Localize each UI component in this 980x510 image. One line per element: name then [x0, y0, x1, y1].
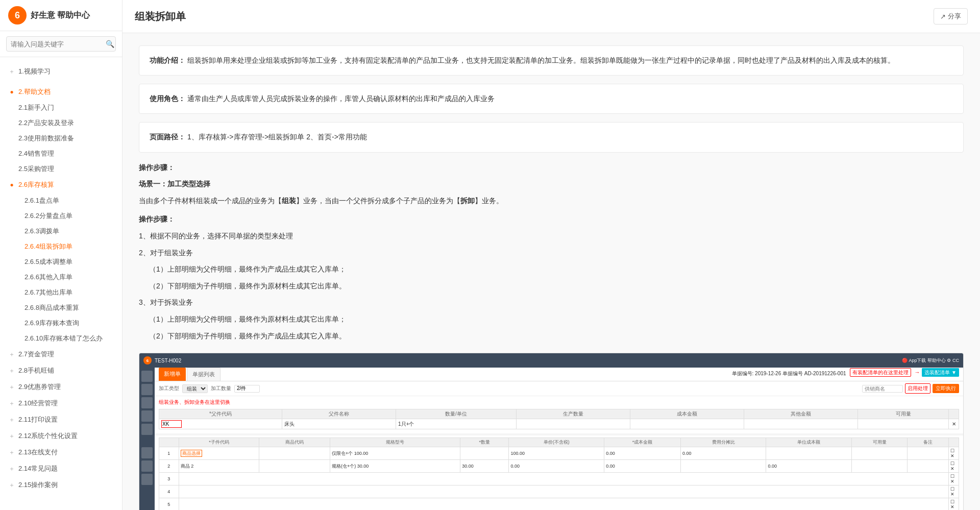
content-area: 功能介绍： 组装拆卸单用来处理企业组装或拆卸等加工业务，支持有固定装配清单的产品…: [122, 33, 980, 510]
sidebar-item-2-6-6[interactable]: 2.6.6其他入库单: [0, 270, 122, 285]
th-parent-code: *父件代码: [159, 409, 282, 419]
mock-nav-icon-8: [141, 474, 153, 485]
th-unit-price: 单价(不含税): [509, 438, 604, 447]
mock-tab-new[interactable]: 新增单: [159, 368, 186, 381]
sidebar-item-2-6-10[interactable]: 2.6.10库存账本错了怎么办: [0, 331, 122, 346]
path-text: 1、库存核算->库存管理->组装拆卸单 2、首页->常用功能: [187, 133, 367, 141]
mock-nav-icon-7: [141, 460, 153, 472]
step1: 1、根据不同的业务，选择不同单据的类型来处理: [139, 229, 964, 243]
sidebar-item-docs[interactable]: ● 2.帮助文档: [0, 84, 122, 100]
th-unit-cost: 单位成本额: [766, 438, 851, 447]
nav-label: 2.1新手入门: [18, 104, 54, 111]
arrow-right: →: [914, 369, 920, 375]
share-button[interactable]: ↗ 分享: [934, 8, 968, 25]
mock-nav-icon-4: [141, 410, 153, 422]
sidebar-item-2-6-8[interactable]: 2.6.8商品成本重算: [0, 300, 122, 315]
intro-label: 功能介绍：: [150, 56, 185, 64]
sidebar-item-2-6-7[interactable]: 2.6.7其他出库单: [0, 285, 122, 300]
search-button[interactable]: 🔍: [101, 37, 116, 51]
share-label: 分享: [948, 12, 961, 21]
td-avail: [858, 419, 949, 429]
td-other: [744, 419, 858, 429]
plus-icon: ＋: [8, 68, 15, 75]
path-block: 页面路径： 1、库存核算->库存管理->组装拆卸单 2、首页->常用功能: [139, 122, 964, 152]
nav-label: 2.4销售管理: [18, 150, 54, 157]
step2-sub2: （2）下部明细为子件明细，最终作为原材料生成其它出库单。: [139, 279, 964, 293]
th-goods-code: 商品代码: [259, 438, 330, 447]
plus-icon-2-7: ＋: [8, 351, 15, 358]
sidebar-item-2-4[interactable]: 2.4销售管理: [0, 146, 122, 161]
step3: 3、对于拆装业务: [139, 296, 964, 309]
sidebar-item-video[interactable]: ＋ 1.视频学习: [0, 63, 122, 80]
mock-upper-table: *父件代码 父件名称 数量/单位 生产数量 成本金额 其他金额 可用量: [159, 409, 959, 429]
sidebar-item-2-6[interactable]: ● 2.6库存核算: [0, 177, 122, 193]
sidebar-item-2-13[interactable]: ＋ 2.13在线支付: [0, 444, 122, 460]
sidebar-item-label: 1.视频学习: [18, 67, 51, 76]
sidebar-item-2-6-9[interactable]: 2.6.9库存账本查询: [0, 315, 122, 331]
td-code-input[interactable]: [161, 420, 182, 428]
sidebar-item-2-1[interactable]: 2.1新手入门: [0, 100, 122, 115]
td-row-num-3: 3: [159, 473, 179, 485]
table-row: 床头 1只+个 ✕: [159, 419, 959, 429]
sidebar-item-2-7[interactable]: ＋ 2.7资金管理: [0, 346, 122, 362]
td-goods-code-1: [259, 447, 330, 460]
sidebar-item-2-6-3[interactable]: 2.6.3调拨单: [0, 224, 122, 239]
nav-label: 2.9优惠券管理: [18, 382, 61, 392]
mock-tab-list[interactable]: 单据列表: [187, 368, 220, 381]
role-text: 通常由生产人员或库管人员完成拆装业务的操作，库管人员确认原材料的出库和产成品的入…: [187, 94, 495, 103]
sidebar-item-2-11[interactable]: ＋ 2.11打印设置: [0, 411, 122, 428]
nav-label: 2.5采购管理: [18, 165, 54, 173]
sidebar-item-2-2[interactable]: 2.2产品安装及登录: [0, 115, 122, 131]
sidebar-item-2-6-1[interactable]: 2.6.1盘点单: [0, 193, 122, 208]
sidebar-item-2-8[interactable]: ＋ 2.8手机旺铺: [0, 362, 122, 379]
td-act-1: ☐ ✕: [949, 447, 959, 460]
mock-process-btn[interactable]: 选装配清单 ▼: [922, 368, 959, 377]
th-qty-unit: 数量/单位: [396, 409, 517, 419]
nav-label: 2.6.5成本调整单: [24, 258, 72, 265]
td-uc-2: 0.00: [766, 460, 851, 473]
sidebar-item-2-3[interactable]: 2.3使用前数据准备: [0, 131, 122, 146]
nav-label: 2.12系统个性化设置: [18, 431, 78, 441]
sidebar-item-2-15[interactable]: ＋ 2.15操作案例: [0, 477, 122, 493]
sidebar-item-2-6-4[interactable]: 2.6.4组装拆卸单: [0, 239, 122, 254]
annotation2: 组装业务、拆卸业务在这里切换: [159, 399, 230, 405]
sub-code-highlight: 商品选择: [181, 450, 202, 457]
step2: 2、对于组装业务: [139, 246, 964, 260]
td-act-3: ☐ ✕: [949, 473, 959, 485]
td-row-num-1: 1: [159, 447, 179, 460]
mock-bizpartner-input[interactable]: [862, 385, 903, 393]
sidebar-header: 6 好生意 帮助中心: [0, 0, 122, 31]
td-cr-2: [680, 460, 766, 473]
td-spec-1: 仅限仓+个 100.00: [330, 447, 460, 460]
sidebar-item-2-5[interactable]: 2.5采购管理: [0, 161, 122, 177]
td-av-2: [851, 460, 908, 473]
th-sub-qty: *数量: [460, 438, 509, 447]
search-input[interactable]: [7, 37, 101, 51]
mock-confirm-btn[interactable]: 立即执行: [933, 384, 959, 393]
sidebar-item-2-9[interactable]: ＋ 2.9优惠券管理: [0, 379, 122, 395]
ops-steps-label: 操作步骤：: [139, 212, 964, 226]
mock-type-select[interactable]: 组装 拆卸: [182, 384, 208, 393]
nav-label: 2.6.1盘点单: [24, 197, 59, 204]
sidebar-item-2-6-5[interactable]: 2.6.5成本调整单: [0, 254, 122, 270]
mock-qty-label: 加工数量: [211, 385, 231, 392]
th-cost-amt: 成本金额: [630, 409, 744, 419]
step3-sub2: （2）下部明细为子件明细，最终作为产成品生成其它入库单。: [139, 329, 964, 343]
th-sub-code: *子件代码: [179, 438, 259, 447]
sidebar: 6 好生意 帮助中心 🔍 ＋ 1.视频学习 ● 2.帮助文档 2.1新手入门: [0, 0, 122, 510]
mock-company: TEST-H002: [155, 358, 181, 363]
nav-label: 2.13在线支付: [18, 448, 58, 457]
th-parent-name: 父件名称: [282, 409, 396, 419]
th-prod-qty: 生产数量: [516, 409, 630, 419]
mock-qty-input[interactable]: [234, 385, 260, 393]
sidebar-item-2-10[interactable]: ＋ 2.10经营管理: [0, 395, 122, 411]
mock-type-label: 加工类型: [159, 385, 179, 392]
sidebar-item-2-14[interactable]: ＋ 2.14常见问题: [0, 460, 122, 477]
search-input-wrap: 🔍: [6, 36, 116, 52]
share-icon: ↗: [940, 13, 946, 20]
th-avail-qty2: 可用量: [851, 438, 908, 447]
sidebar-item-2-6-2[interactable]: 2.6.2分量盘点单: [0, 208, 122, 224]
intro-text: 组装拆卸单用来处理企业组装或拆卸等加工业务，支持有固定装配清单的产品加工业务，也…: [187, 56, 895, 64]
sidebar-item-2-12[interactable]: ＋ 2.12系统个性化设置: [0, 428, 122, 444]
th-action: [949, 409, 959, 419]
